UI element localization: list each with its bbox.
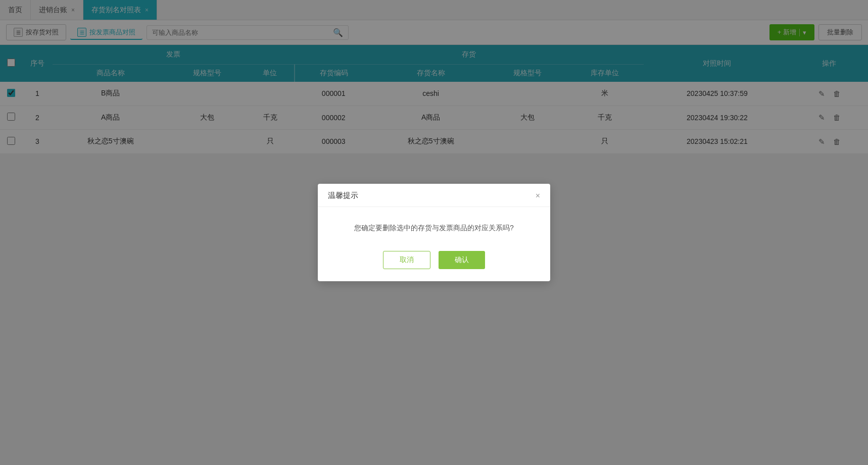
dialog-overlay: 温馨提示 × 您确定要删除选中的存货与发票商品的对应关系吗? 取消 确认 — [0, 0, 868, 154]
